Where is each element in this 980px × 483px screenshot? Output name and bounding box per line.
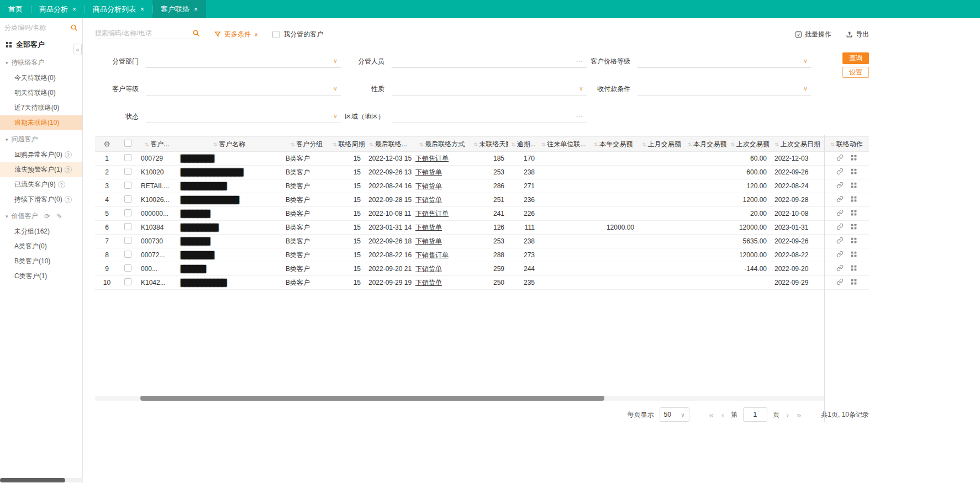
table-row[interactable]: 9000...██████B类客户152022-09-20 21:下销货单259…	[95, 262, 869, 276]
page-size-select[interactable]: 50 ∨	[660, 407, 689, 422]
filter-field[interactable]: ∨	[392, 82, 587, 95]
sidebar-item[interactable]: C类客户(1)	[0, 269, 82, 284]
row-checkbox[interactable]	[124, 168, 131, 175]
sidebar-item[interactable]: 近7天待联络(0)	[0, 100, 82, 115]
more-conditions-button[interactable]: 更多条件 ∧	[214, 30, 258, 39]
tab-2[interactable]: 商品分析列表×	[85, 0, 152, 18]
chevron-down-icon[interactable]: ∨	[333, 113, 338, 120]
select-all-checkbox[interactable]	[124, 140, 131, 147]
table-row[interactable]: 1000729████████B类客户152022-12-03 15:下销售订单…	[95, 152, 869, 166]
row-checkbox[interactable]	[124, 251, 131, 258]
my-customers-checkbox[interactable]: 我分管的客户	[272, 30, 323, 39]
row-checkbox[interactable]	[124, 209, 131, 216]
sidebar-item[interactable]: 今天待联络(0)	[0, 71, 82, 86]
grid-actions-icon[interactable]	[850, 168, 857, 177]
contact-method-link[interactable]: 下销售订单	[415, 251, 449, 259]
info-icon[interactable]: ?	[58, 181, 65, 188]
sidebar-item[interactable]: 逾期未联络(10)	[0, 115, 82, 130]
last-page-button[interactable]: »	[795, 410, 802, 420]
sidebar-item[interactable]: 流失预警客户(1)?	[0, 162, 82, 177]
column-header[interactable]: ⇅客户分组	[282, 137, 331, 152]
grid-actions-icon[interactable]	[850, 278, 857, 287]
grid-actions-icon[interactable]	[850, 154, 857, 163]
link-icon[interactable]	[836, 209, 844, 218]
filter-field[interactable]: ∨	[146, 82, 341, 95]
column-header[interactable]: ⇅上次交易日期	[771, 137, 824, 152]
table-row[interactable]: 10K1042...███████████B类客户152022-09-29 19…	[95, 276, 869, 290]
table-row[interactable]: 800072...████████B类客户152022-08-22 16:下销售…	[95, 248, 869, 262]
column-header[interactable]: ⇅上月交易额	[638, 137, 685, 152]
horizontal-scrollbar[interactable]	[95, 396, 824, 401]
link-icon[interactable]	[836, 195, 844, 204]
picker-dots-icon[interactable]: ⋯	[576, 112, 583, 120]
column-header[interactable]: ⇅联络周期	[331, 137, 365, 152]
column-settings-icon[interactable]: ⚙	[103, 140, 110, 148]
info-icon[interactable]: ?	[65, 151, 72, 158]
next-page-button[interactable]: ›	[785, 410, 790, 420]
page-number-input[interactable]	[743, 407, 767, 422]
contact-method-link[interactable]: 下销货单	[415, 279, 442, 286]
picker-dots-icon[interactable]: ⋯	[576, 57, 583, 65]
row-checkbox[interactable]	[124, 195, 131, 203]
chevron-down-icon[interactable]: ∨	[803, 85, 808, 92]
sidebar-group-header[interactable]: ▾价值客户⟳✎	[0, 208, 82, 224]
refresh-icon[interactable]: ⟳	[45, 213, 50, 220]
row-checkbox[interactable]	[124, 154, 131, 161]
edit-icon[interactable]: ✎	[57, 213, 62, 220]
contact-method-link[interactable]: 下销货单	[415, 224, 442, 231]
grid-actions-icon[interactable]	[850, 251, 857, 259]
close-tab-icon[interactable]: ×	[194, 6, 198, 13]
tab-3[interactable]: 客户联络×	[152, 0, 206, 18]
column-header[interactable]: ⇅逾期...	[508, 137, 539, 152]
filter-field[interactable]: ∨	[146, 110, 341, 123]
sidebar-group-header[interactable]: ▾待联络客户	[0, 55, 82, 71]
column-header[interactable]: ⇅本年交易额	[588, 137, 638, 152]
scrollbar-thumb[interactable]	[140, 396, 604, 401]
column-header[interactable]: ⇅未联络天数	[472, 137, 508, 152]
row-checkbox[interactable]	[124, 182, 131, 189]
contact-method-link[interactable]: 下销货单	[415, 265, 442, 273]
contact-method-link[interactable]: 下销货单	[415, 196, 442, 204]
link-icon[interactable]	[836, 278, 844, 287]
grid-actions-icon[interactable]	[850, 195, 857, 204]
grid-actions-icon[interactable]	[850, 237, 857, 246]
chevron-down-icon[interactable]: ∨	[579, 85, 583, 92]
link-icon[interactable]	[836, 168, 844, 177]
sidebar-group-header[interactable]: ▾问题客户	[0, 131, 82, 147]
column-header[interactable]: ⇅客户名称	[177, 137, 282, 152]
chevron-down-icon[interactable]: ∨	[333, 85, 338, 92]
contact-method-link[interactable]: 下销售订单	[415, 155, 449, 162]
column-header[interactable]: ⇅上次交易额	[729, 137, 771, 152]
sidebar-item[interactable]: A类客户(0)	[0, 239, 82, 254]
grid-actions-icon[interactable]	[850, 264, 857, 273]
column-header[interactable]: ⇅联络动作	[824, 137, 869, 152]
contact-method-link[interactable]: 下销货单	[415, 168, 442, 176]
customer-search-input[interactable]	[95, 29, 192, 37]
row-checkbox[interactable]	[124, 278, 131, 285]
link-icon[interactable]	[836, 237, 844, 246]
close-tab-icon[interactable]: ×	[140, 6, 144, 13]
tab-home[interactable]: 首页	[0, 0, 31, 18]
sidebar-item[interactable]: 明天待联络(0)	[0, 86, 82, 100]
link-icon[interactable]	[836, 154, 844, 163]
search-icon[interactable]	[192, 29, 200, 37]
chevron-down-icon[interactable]: ∨	[803, 57, 808, 65]
sidebar-item-all-customers[interactable]: 全部客户	[0, 35, 82, 54]
query-button[interactable]: 查询	[842, 52, 869, 64]
table-row[interactable]: 5000000...███████B类客户152022-10-08 11:下销售…	[95, 207, 869, 221]
column-header[interactable]: ⇅最后联络...	[365, 137, 412, 152]
grid-actions-icon[interactable]	[850, 209, 857, 218]
settings-button[interactable]: 设置	[842, 67, 869, 78]
link-icon[interactable]	[836, 223, 844, 232]
filter-field[interactable]: ∨	[637, 55, 811, 68]
prev-page-button[interactable]: ‹	[720, 410, 725, 420]
row-checkbox[interactable]	[124, 237, 131, 244]
sidebar-item[interactable]: 回购异常客户(0)?	[0, 147, 82, 162]
table-row[interactable]: 6K10384█████████B类客户152023-01-31 14:下销货单…	[95, 221, 869, 235]
sidebar-item[interactable]: B类客户(10)	[0, 254, 82, 269]
sidebar-horizontal-scrollbar[interactable]	[0, 478, 83, 482]
contact-method-link[interactable]: 下销货单	[415, 237, 442, 245]
chevron-down-icon[interactable]: ∨	[333, 57, 338, 65]
export-button[interactable]: 导出	[846, 30, 869, 39]
info-icon[interactable]: ?	[65, 196, 72, 203]
